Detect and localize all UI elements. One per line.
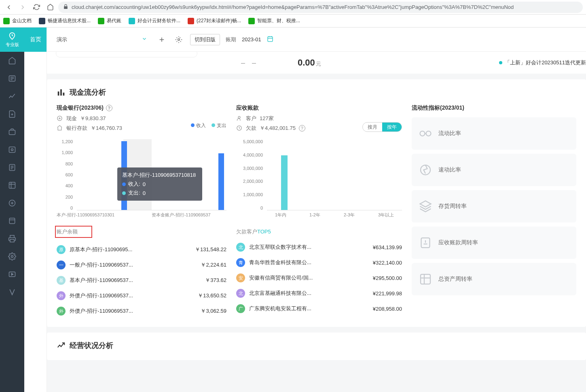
indicator-card[interactable]: 存货周转率: [412, 190, 576, 222]
account-row[interactable]: 外外债户-招行-1109069537...￥3,062.59: [57, 303, 226, 319]
tab-home[interactable]: 首页: [24, 28, 47, 52]
rail-archive-icon[interactable]: [0, 176, 24, 194]
customer-value: ¥295,500.00: [373, 275, 402, 281]
cash-icon: [57, 115, 63, 122]
svg-rect-12: [268, 37, 273, 42]
top5-row[interactable]: 北北京互帮联众数字技术有...¥634,139.99: [236, 239, 402, 255]
reload-button[interactable]: [31, 2, 42, 13]
bookmark-item[interactable]: 畅捷通信息技术股...: [39, 17, 91, 24]
rail-funds-icon[interactable]: [0, 105, 24, 123]
svg-point-9: [11, 256, 13, 258]
y-axis: 5,000,0004,000,0003,000,0002,000,0001,00…: [236, 139, 265, 210]
indicator-card[interactable]: 速动比率: [412, 154, 576, 186]
forward-button[interactable]: [17, 2, 28, 13]
switch-old-button[interactable]: 切到旧版: [190, 34, 220, 45]
svg-rect-14: [60, 89, 62, 96]
home-button[interactable]: [44, 2, 56, 13]
rail-video-icon[interactable]: [0, 265, 24, 283]
gear-icon[interactable]: [173, 34, 184, 45]
help-icon[interactable]: ?: [299, 125, 305, 131]
app-container: 专业版 首页 演示 切到旧版 账期 2023-0: [0, 28, 586, 392]
help-icon[interactable]: ?: [106, 105, 112, 111]
news-item[interactable]: 「上新」好会计20230511迭代更新: [499, 59, 586, 66]
bookmark-item[interactable]: (227封未读邮件)畅...: [188, 17, 241, 24]
add-button[interactable]: [156, 34, 167, 45]
back-button[interactable]: [3, 2, 15, 13]
rail-assets-icon[interactable]: [0, 123, 24, 141]
rail-tax-icon[interactable]: [0, 194, 24, 212]
bookmark-item[interactable]: 金山文档: [3, 17, 32, 24]
org-select[interactable]: 演示: [53, 33, 150, 46]
rail-home-icon[interactable]: [0, 52, 24, 70]
top5-row[interactable]: 安安徽有信商贸有限公司/国...¥295,500.00: [236, 270, 402, 286]
deposit-metric: 银行存款 ￥146,760.73: [57, 125, 122, 132]
toggle-year[interactable]: 按年: [382, 123, 402, 131]
col-cash: 现金银行(2023/06) ? 现金 ￥9,830.37: [57, 104, 226, 319]
bookmark-favicon: [248, 18, 255, 24]
account-name: 基本户-招行-1109069537...: [70, 277, 133, 284]
cashflow-card: 现金流分析 现金银行(2023/06) ?: [47, 79, 586, 327]
accounts-list: 原原基本户-招行-11090695...￥131,548.22一一般户-招行-1…: [57, 242, 226, 319]
toggle-month[interactable]: 按月: [363, 123, 382, 131]
dashboard-grid: 现金银行(2023/06) ? 现金 ￥9,830.37: [57, 104, 576, 319]
bookmark-item[interactable]: 易代账: [98, 17, 121, 24]
account-row[interactable]: 外外债户-招行-1109069537...￥13,650.52: [57, 288, 226, 303]
stat-value: 0.00元: [298, 57, 321, 68]
top-toolbar: 演示 切到旧版 账期 2023-01: [47, 28, 586, 52]
arrears-metric: 欠款 ￥4,482,001.75 ?: [236, 125, 305, 132]
customer-metric: 客户 127家: [236, 115, 305, 122]
top5-row[interactable]: 北北京富基融通科技有限公...¥221,999.98: [236, 286, 402, 301]
search-pill[interactable]: [56, 52, 197, 57]
account-row[interactable]: 一一般户-招行-1109069537...￥2,224.61: [57, 257, 226, 273]
indicator-label: 流动比率: [438, 130, 461, 137]
bookmark-item[interactable]: 智能票、财、税推...: [248, 17, 300, 24]
account-name: 一般户-招行-1109069537...: [70, 261, 133, 269]
rail-print-icon[interactable]: [0, 230, 24, 248]
col-indicators: 流动性指标(2023/01) 流动比率速动比率存货周转率应收账款周转率总资产周转…: [412, 104, 576, 319]
rail-report-icon[interactable]: [0, 87, 24, 105]
rail-settings-icon[interactable]: [0, 248, 24, 265]
svg-rect-7: [9, 218, 15, 223]
indicators-list: 流动比率速动比率存货周转率应收账款周转率总资产周转率: [412, 117, 576, 295]
chart-tooltip: 基本户-招行-110906953710818 收入: 0 支出: 0: [117, 167, 202, 201]
period-label: 账期: [226, 36, 236, 43]
svg-rect-5: [9, 182, 15, 189]
operations-card: 经营状况分析: [47, 333, 586, 360]
svg-point-3: [11, 149, 13, 151]
indicators-title: 流动性指标(2023/01): [412, 104, 576, 112]
rail-voucher-icon[interactable]: [0, 70, 24, 87]
tooltip-expense-dot: [122, 191, 126, 195]
account-badge: 原: [57, 245, 66, 254]
bookmark-favicon: [129, 18, 135, 24]
svg-point-11: [178, 38, 180, 40]
news-dot-icon: [499, 61, 502, 64]
indicator-label: 速动比率: [438, 166, 461, 174]
account-row[interactable]: 基基本户-招行-1109069537...￥373.62: [57, 273, 226, 288]
rail-salary-icon[interactable]: [0, 141, 24, 159]
account-row[interactable]: 原原基本户-招行-11090695...￥131,548.22: [57, 242, 226, 257]
indicator-card[interactable]: 总资产周转率: [412, 263, 576, 295]
top5-row[interactable]: 青青岛华胜普金科技有限公...¥322,140.00: [236, 255, 402, 270]
rail-logo[interactable]: 专业版: [0, 28, 24, 52]
calendar-icon[interactable]: [267, 36, 273, 43]
rail-v-icon[interactable]: [0, 283, 24, 301]
content-scroll[interactable]: – – 0.00元 「上新」好会计20230511迭代更新 现金流分析: [47, 52, 586, 392]
rail-invoice-icon[interactable]: [0, 159, 24, 176]
indicator-card[interactable]: 应收账款周转率: [412, 227, 576, 259]
customer-value: ¥221,999.98: [373, 290, 402, 297]
indicator-icon: [418, 272, 433, 286]
bookmark-item[interactable]: 好会计云财务软件...: [129, 17, 180, 24]
account-badge: 外: [57, 291, 66, 300]
customer-badge: 广: [236, 304, 245, 313]
svg-rect-1: [9, 130, 15, 135]
url-bar[interactable]: cloud.chanjet.com/accounting/uw1eb00zy96…: [58, 2, 583, 13]
clock-icon: [236, 125, 243, 131]
indicator-card[interactable]: 流动比率: [412, 117, 576, 150]
main-area: 演示 切到旧版 账期 2023-01 – – 0.00元 「上新」好会计2023…: [47, 28, 586, 392]
svg-rect-23: [421, 274, 430, 284]
top5-heading: 欠款客户TOP5: [236, 228, 271, 235]
rail-closing-icon[interactable]: [0, 212, 24, 230]
top5-row[interactable]: 广广东腾安机电安装工程有...¥208,958.00: [236, 301, 402, 316]
card-title: 经营状况分析: [70, 341, 113, 350]
left-rail: 专业版: [0, 28, 24, 392]
